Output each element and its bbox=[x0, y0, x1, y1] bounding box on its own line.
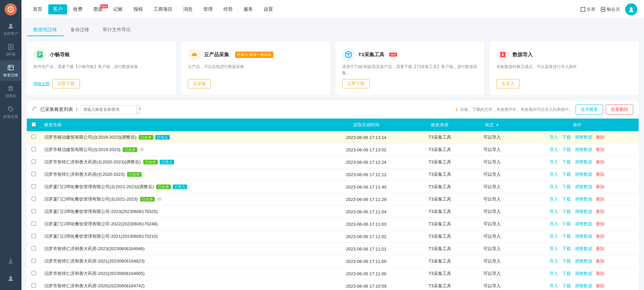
row-checkbox[interactable] bbox=[32, 259, 36, 263]
row-checkbox[interactable] bbox=[32, 209, 36, 213]
download-btn[interactable]: 下载 bbox=[561, 171, 572, 177]
import-btn[interactable]: 导入 bbox=[548, 209, 559, 215]
adjust-btn[interactable]: 调整数据 bbox=[574, 246, 594, 252]
fullscreen-btn[interactable]: 全屏 bbox=[581, 6, 595, 12]
import-btn[interactable]: 导入 bbox=[548, 171, 559, 177]
row-checkbox[interactable] bbox=[32, 221, 36, 226]
delete-btn[interactable]: 删除 bbox=[595, 233, 606, 239]
delete-btn[interactable]: 删除 bbox=[595, 221, 606, 227]
nav-tax[interactable]: 报税 bbox=[129, 4, 148, 14]
delete-btn[interactable]: 删除 bbox=[595, 134, 606, 140]
import-btn[interactable]: 导入 bbox=[548, 246, 559, 252]
import-btn[interactable]: 导入 bbox=[548, 159, 559, 165]
select-all-checkbox[interactable] bbox=[32, 122, 36, 127]
download-btn[interactable]: 下载 bbox=[561, 246, 572, 252]
sidebar-user-btn[interactable] bbox=[7, 271, 15, 287]
row-checkbox[interactable] bbox=[32, 197, 36, 201]
sidebar-item-zero-report[interactable]: 0申报 bbox=[0, 40, 21, 60]
cloud-collect-btn[interactable]: 去采集 bbox=[188, 79, 211, 88]
merge-accounts-btn[interactable]: 合并账套 bbox=[576, 104, 603, 115]
batch-delete-btn[interactable]: 批量删除 bbox=[606, 104, 633, 115]
nav-management[interactable]: 管理 bbox=[199, 4, 217, 14]
row-checkbox[interactable] bbox=[32, 159, 36, 164]
download-btn[interactable]: 下载 bbox=[561, 196, 572, 202]
sidebar-item-account-migrate[interactable]: 账套迁移 bbox=[0, 60, 21, 81]
row-checkbox[interactable] bbox=[32, 246, 36, 250]
row-checkbox[interactable] bbox=[32, 234, 36, 238]
download-btn[interactable]: 下载 bbox=[561, 184, 572, 190]
sidebar-item-recycle[interactable]: 回收站 bbox=[0, 81, 21, 102]
adjust-btn[interactable]: 调整数据 bbox=[574, 196, 594, 202]
import-btn[interactable]: 导入 bbox=[548, 271, 559, 277]
t3-download-btn[interactable]: 立即下载 bbox=[342, 79, 370, 88]
delete-btn[interactable]: 删除 bbox=[595, 196, 606, 202]
help-icon[interactable]: ℹ bbox=[76, 107, 77, 112]
nav-billing[interactable]: 收费 bbox=[68, 4, 87, 14]
delete-btn[interactable]: 删除 bbox=[595, 209, 606, 215]
search-button[interactable] bbox=[136, 105, 141, 114]
sidebar-download-btn[interactable] bbox=[7, 253, 15, 269]
vip-btn[interactable]: 畅会员 bbox=[601, 6, 620, 12]
row-checkbox[interactable] bbox=[32, 184, 36, 189]
download-btn[interactable]: 下载 bbox=[561, 258, 572, 264]
dataimport-btn[interactable]: 去导入 bbox=[496, 79, 520, 88]
tab-backup-migrate[interactable]: 备份迁移 bbox=[64, 24, 96, 36]
download-btn[interactable]: 下载 bbox=[561, 147, 572, 153]
delete-btn[interactable]: 删除 bbox=[595, 147, 606, 153]
adjust-btn[interactable]: 调整数据 bbox=[574, 271, 594, 277]
nav-operation[interactable]: 经营 bbox=[219, 4, 237, 14]
header-status[interactable]: 状态 ▼ bbox=[468, 119, 516, 131]
delete-btn[interactable]: 删除 bbox=[595, 159, 606, 165]
sidebar-item-tag-settings[interactable]: 标签设置 bbox=[0, 102, 21, 123]
adjust-btn[interactable]: 调整数据 bbox=[574, 233, 594, 239]
nav-bookkeeping[interactable]: 记账 bbox=[109, 4, 127, 14]
import-btn[interactable]: 导入 bbox=[548, 258, 559, 264]
nav-biz[interactable]: 工商项目 bbox=[149, 4, 177, 14]
import-btn[interactable]: 导入 bbox=[548, 134, 559, 140]
row-checkbox[interactable] bbox=[32, 271, 36, 275]
import-btn[interactable]: 导入 bbox=[548, 196, 559, 202]
nav-invoice[interactable]: 票据 new bbox=[89, 4, 107, 14]
adjust-btn[interactable]: 调整数据 bbox=[574, 209, 594, 215]
nav-message[interactable]: 消息 bbox=[178, 4, 197, 14]
xiaochu-download-btn[interactable]: 立即下载 bbox=[52, 79, 80, 88]
adjust-btn[interactable]: 调整数据 bbox=[574, 221, 594, 227]
delete-btn[interactable]: 删除 bbox=[595, 258, 606, 264]
delete-btn[interactable]: 删除 bbox=[595, 283, 606, 289]
import-btn[interactable]: 导入 bbox=[548, 184, 559, 190]
import-btn[interactable]: 导入 bbox=[548, 233, 559, 239]
delete-btn[interactable]: 删除 bbox=[595, 171, 606, 177]
download-btn[interactable]: 下载 bbox=[561, 283, 572, 289]
adjust-btn[interactable]: 调整数据 bbox=[574, 134, 594, 140]
refresh-icon[interactable] bbox=[32, 107, 38, 112]
help-doc-link[interactable]: 帮助文档 bbox=[34, 81, 50, 87]
nav-home[interactable]: 首页 bbox=[28, 4, 47, 14]
nav-clients[interactable]: 客户 bbox=[48, 4, 67, 14]
import-btn[interactable]: 导入 bbox=[548, 147, 559, 153]
row-checkbox[interactable] bbox=[32, 135, 36, 139]
download-btn[interactable]: 下载 bbox=[561, 221, 572, 227]
download-btn[interactable]: 下载 bbox=[561, 271, 572, 277]
delete-btn[interactable]: 删除 bbox=[595, 246, 606, 252]
download-btn[interactable]: 下载 bbox=[561, 159, 572, 165]
import-btn[interactable]: 导入 bbox=[548, 283, 559, 289]
nav-settings[interactable]: 设置 bbox=[259, 4, 278, 14]
row-checkbox[interactable] bbox=[32, 172, 36, 176]
adjust-btn[interactable]: 调整数据 bbox=[574, 283, 594, 289]
download-btn[interactable]: 下载 bbox=[561, 209, 572, 215]
row-checkbox[interactable] bbox=[32, 147, 36, 151]
adjust-btn[interactable]: 调整数据 bbox=[574, 147, 594, 153]
avatar[interactable] bbox=[625, 3, 637, 15]
delete-btn[interactable]: 删除 bbox=[595, 271, 606, 277]
tab-audit-export[interactable]: 审计文件导出 bbox=[96, 24, 138, 36]
row-checkbox[interactable] bbox=[32, 283, 36, 288]
download-btn[interactable]: 下载 bbox=[561, 134, 572, 140]
tab-data-migrate[interactable]: 数据包迁移 bbox=[27, 24, 64, 36]
search-input[interactable] bbox=[80, 105, 136, 114]
adjust-btn[interactable]: 调整数据 bbox=[574, 171, 594, 177]
adjust-btn[interactable]: 调整数据 bbox=[574, 159, 594, 165]
adjust-btn[interactable]: 调整数据 bbox=[574, 184, 594, 190]
adjust-btn[interactable]: 调整数据 bbox=[574, 258, 594, 264]
nav-service[interactable]: 服务 bbox=[239, 4, 258, 14]
sidebar-item-all-clients[interactable]: 全部客户 bbox=[0, 19, 21, 40]
